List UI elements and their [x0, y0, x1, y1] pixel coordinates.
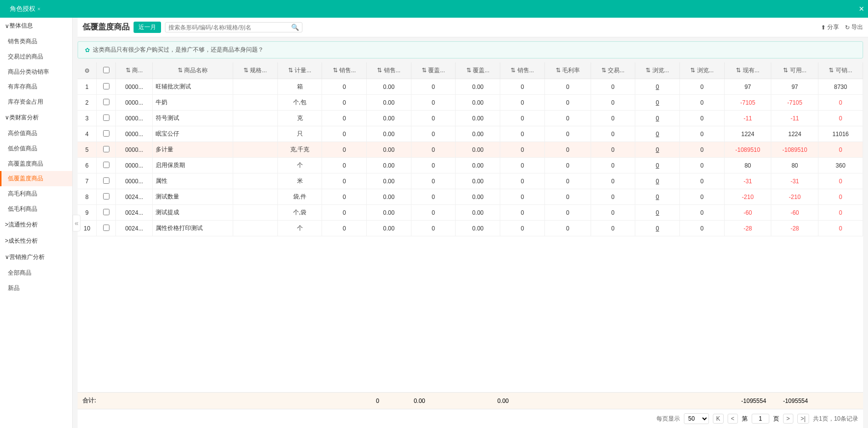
sidebar-item[interactable]: 低覆盖度商品 — [0, 171, 72, 186]
row-checkbox[interactable] — [103, 130, 109, 137]
table-cell: 0 — [322, 95, 367, 111]
next-page-button[interactable]: > — [783, 414, 793, 424]
sidebar-item[interactable]: 高价值商品 — [0, 126, 72, 141]
table-row: 30000...符号测试克00.0000.0000000-11-110 — [78, 111, 863, 126]
table-cell — [97, 111, 116, 126]
table-cell: 0.00 — [367, 95, 411, 111]
row-checkbox[interactable] — [103, 99, 109, 105]
first-page-button[interactable]: K — [713, 414, 724, 424]
table-cell — [233, 95, 277, 111]
row-checkbox[interactable] — [103, 83, 109, 89]
settings-icon[interactable]: ⚙ — [84, 67, 90, 74]
sidebar-item[interactable]: 库存资金占用 — [0, 94, 72, 110]
sidebar-group-title[interactable]: > 成长性分析 — [0, 233, 72, 249]
table-col-browse1[interactable]: ⇅ 浏览... — [635, 62, 680, 79]
footer-coverage2: 0.00 — [482, 398, 524, 404]
table-col-checkbox[interactable] — [97, 62, 116, 79]
browse-link[interactable]: 0 — [656, 115, 659, 122]
sidebar-collapse-button[interactable]: « — [73, 215, 81, 231]
table-cell: 0 — [591, 126, 635, 142]
table-cell: 0 — [411, 126, 456, 142]
table-cell: 0 — [635, 205, 680, 221]
table-col-spec[interactable]: ⇅ 规格... — [233, 62, 277, 79]
table-col-coverage2[interactable]: ⇅ 覆盖... — [456, 62, 500, 79]
filter-button[interactable]: 近一月 — [134, 22, 161, 33]
table-cell: 0000... — [116, 142, 153, 158]
table-col-name[interactable]: ⇅ 商品名称 — [153, 62, 233, 79]
sidebar-item[interactable]: 销售类商品 — [0, 34, 72, 49]
sidebar-item[interactable]: 新品 — [0, 281, 72, 296]
table-col-browse2[interactable]: ⇅ 浏览... — [680, 62, 725, 79]
table-col-trade[interactable]: ⇅ 交易... — [591, 62, 635, 79]
table-cell — [233, 205, 277, 221]
browse-link[interactable]: 0 — [656, 225, 659, 232]
sidebar-group-title[interactable]: ∨ 整体信息 — [0, 18, 72, 34]
browse-link[interactable]: 0 — [656, 84, 659, 90]
browse-link[interactable]: 0 — [656, 194, 659, 200]
table-col-settings[interactable]: ⚙ — [78, 62, 97, 79]
row-checkbox[interactable] — [103, 146, 109, 152]
nav-item[interactable]: 角色授权 × — [4, 0, 59, 18]
row-checkbox[interactable] — [103, 162, 109, 168]
export-button[interactable]: ↻ 导出 — [845, 23, 863, 31]
table-col-unit[interactable]: ⇅ 计量... — [277, 62, 322, 79]
search-input[interactable] — [168, 24, 291, 31]
table-cell: 0 — [322, 221, 367, 236]
table-cell: 0 — [635, 126, 680, 142]
table-cell: -28 — [771, 221, 818, 236]
browse-link[interactable]: 0 — [656, 99, 659, 106]
table-col-sales3[interactable]: ⇅ 销售... — [500, 62, 545, 79]
sidebar: ∨ 整体信息销售类商品交易过的商品商品分类动销率有库存商品库存资金占用∨ 类财富… — [0, 18, 73, 428]
table-col-sales_amt[interactable]: ⇅ 销售... — [367, 62, 411, 79]
sidebar-item[interactable]: 低价值商品 — [0, 141, 72, 156]
share-button[interactable]: ⬆ 分享 — [821, 23, 839, 31]
table-col-current_stock[interactable]: ⇅ 现有... — [724, 62, 771, 79]
row-checkbox[interactable] — [103, 225, 109, 231]
table-cell: 启用保质期 — [153, 158, 233, 173]
row-checkbox[interactable] — [103, 114, 109, 121]
sidebar-group-title[interactable]: > 流通性分析 — [0, 217, 72, 233]
browse-link[interactable]: 0 — [656, 178, 659, 185]
table-cell: 0 — [680, 79, 725, 95]
prev-page-button[interactable]: < — [728, 414, 738, 424]
row-checkbox[interactable] — [103, 193, 109, 200]
page-size-select[interactable]: 5020100200 — [684, 413, 709, 424]
sidebar-item[interactable]: 交易过的商品 — [0, 49, 72, 64]
browse-link[interactable]: 0 — [656, 146, 659, 153]
table-col-available_stock[interactable]: ⇅ 可用... — [771, 62, 818, 79]
table-cell: -60 — [771, 205, 818, 221]
page-number-input[interactable] — [752, 414, 769, 424]
nav-close-icon[interactable]: × — [37, 6, 40, 12]
last-page-button[interactable]: >| — [797, 414, 809, 424]
row-checkbox[interactable] — [103, 177, 109, 184]
row-checkbox[interactable] — [103, 209, 109, 215]
table-wrapper[interactable]: ⚙⇅ 商...⇅ 商品名称⇅ 规格...⇅ 计量...⇅ 销售...⇅ 销售..… — [78, 62, 863, 392]
browse-link[interactable]: 0 — [656, 131, 659, 138]
table-cell: 0 — [411, 95, 456, 111]
sidebar-item[interactable]: 高覆盖度商品 — [0, 156, 72, 171]
browse-link[interactable]: 0 — [656, 162, 659, 169]
sidebar-item[interactable]: 高毛利商品 — [0, 186, 72, 201]
table-col-sales_qty[interactable]: ⇅ 销售... — [322, 62, 367, 79]
sidebar-item[interactable]: 商品分类动销率 — [0, 64, 72, 80]
table-cell: 0 — [818, 142, 863, 158]
table-cell: 0 — [680, 221, 725, 236]
table-cell: 0.00 — [456, 79, 500, 95]
sidebar-group-title[interactable]: ∨ 类财富分析 — [0, 110, 72, 126]
table-cell: 只 — [277, 126, 322, 142]
sidebar-group-title[interactable]: ∨ 营销推广分析 — [0, 249, 72, 265]
sidebar-item[interactable]: 低毛利商品 — [0, 201, 72, 217]
table-cell: 0 — [818, 221, 863, 236]
table-col-margin[interactable]: ⇅ 毛利率 — [544, 62, 591, 79]
table-col-code[interactable]: ⇅ 商... — [116, 62, 153, 79]
table-col-coverage1[interactable]: ⇅ 覆盖... — [411, 62, 456, 79]
sidebar-item[interactable]: 全部商品 — [0, 265, 72, 281]
browse-link[interactable]: 0 — [656, 209, 659, 216]
table-col-sellable[interactable]: ⇅ 可销... — [818, 62, 863, 79]
select-all-checkbox[interactable] — [103, 67, 109, 73]
window-close-button[interactable]: × — [859, 4, 864, 13]
table-cell: 个 — [277, 158, 322, 173]
table-cell: 11016 — [818, 126, 863, 142]
table-cell: 0 — [544, 205, 591, 221]
sidebar-item[interactable]: 有库存商品 — [0, 79, 72, 94]
